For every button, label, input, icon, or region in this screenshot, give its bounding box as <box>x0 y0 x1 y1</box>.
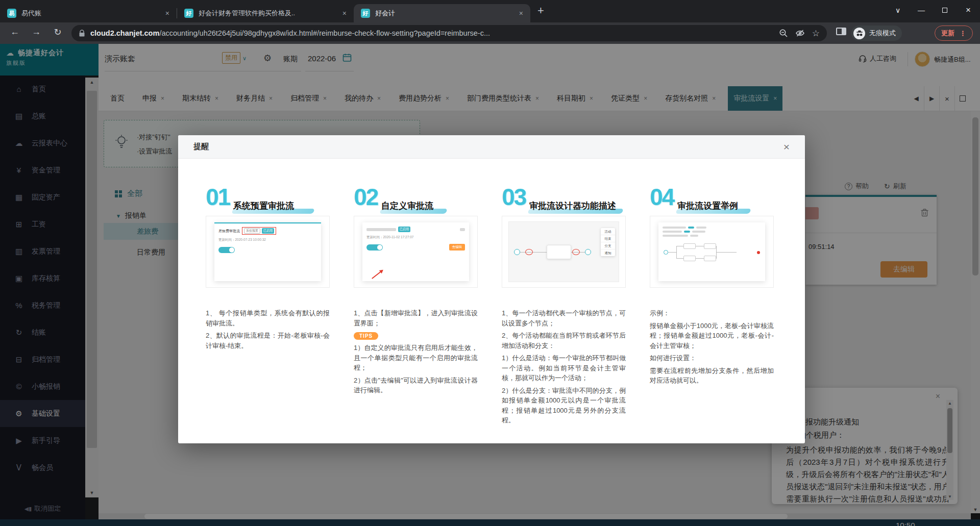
incognito-label: 无痕模式 <box>869 29 896 38</box>
side-panel-icon[interactable] <box>836 28 846 35</box>
column-header: 03 审批流设计器功能描述 <box>502 186 626 216</box>
favicon-haokuaiji: 好 <box>184 9 193 18</box>
designer-menu: 活动 结束 分支 通知 <box>601 228 615 256</box>
column-header: 04 审批流设置举例 <box>650 186 774 216</box>
incognito-badge: 无痕模式 <box>851 26 902 41</box>
enabled-tag: 已启用 <box>398 227 410 232</box>
column-title: 审批流设计器功能描述 <box>529 200 616 212</box>
column-number: 02 <box>354 183 378 211</box>
browser-update-button[interactable]: 更新 ⋮ <box>935 26 973 41</box>
paragraph: 1、点击【新增审批流】，进入到审批流设置界面； <box>354 308 478 328</box>
url-domain: cloud2.chanjet.com <box>90 29 159 37</box>
red-circle-annotation <box>525 249 533 255</box>
menu-item: 分支 <box>601 242 615 249</box>
browser-menu-chevron-icon[interactable]: ∨ <box>886 6 910 14</box>
thumbnail-preset-flow: 差旅费审批流 系统预置 已启用 更新时间：2020-07-23 10:00:32 <box>206 216 330 288</box>
thumbnail-flow-example <box>650 216 774 288</box>
red-highlight-box: 系统预置 已启用 <box>242 227 276 235</box>
thumb-edit-button: 去编辑 <box>449 244 465 251</box>
paragraph: 2）什么是分支：审批流中不同的分支，例如报销单金额1000元以内是一个审批流程；… <box>502 386 626 425</box>
paragraph: 1）什么是活动：每一个审批的环节都叫做一个活动。例如当前环节是会计主管审核，那就… <box>502 353 626 383</box>
column-header: 01 系统预置审批流 <box>206 186 330 216</box>
paragraph: 示例： <box>650 308 774 318</box>
zoom-out-icon[interactable] <box>779 29 788 38</box>
column-title: 系统预置审批流 <box>233 200 294 212</box>
paragraph: 如何进行设置： <box>650 353 774 363</box>
thumb-update-time: 更新时间：2020-11-02 17:27:07 <box>366 235 465 240</box>
new-tab-button[interactable]: + <box>537 5 544 16</box>
favicon-yidaizhang: 易 <box>7 9 16 18</box>
column-number: 04 <box>650 183 674 211</box>
flow-box <box>683 243 696 249</box>
browser-tab-title: 好会计 <box>375 9 514 18</box>
column-text: 1、 每个报销单类型，系统会有默认的报销审批流。 2、默认的审批流程是：开始-老… <box>206 308 330 350</box>
flow-activity-box <box>547 245 571 259</box>
url-bar[interactable]: cloud2.chanjet.com /accounting/uh26t264j… <box>71 25 827 41</box>
modal-body: 01 系统预置审批流 差旅费审批流 系统预置 已启用 <box>178 159 805 443</box>
modal-column-2: 02 自定义审批流 已启用 更新时间：2020-11-02 17:27:07 <box>354 186 478 443</box>
back-button[interactable]: ← <box>7 27 22 37</box>
menu-item: 结束 <box>601 235 615 242</box>
window-close-button[interactable]: × <box>957 5 980 15</box>
paragraph: 1）自定义的审批流只有启用后才能生效，且一个单据类型只能有一个启用的审批流程； <box>354 343 478 373</box>
red-circle-annotation <box>572 249 580 255</box>
browser-tab-title: 易代账 <box>21 9 160 18</box>
window-restore-button[interactable] <box>933 8 957 13</box>
modal-column-1: 01 系统预置审批流 差旅费审批流 系统预置 已启用 <box>206 186 330 443</box>
update-label: 更新 <box>941 29 954 38</box>
red-arrow-annotation <box>372 270 383 279</box>
kebab-menu-icon[interactable]: ⋮ <box>960 30 966 37</box>
column-header: 02 自定义审批流 <box>354 186 478 216</box>
flow-box <box>704 243 716 249</box>
column-text: 1、点击【新增审批流】，进入到审批流设置界面； TIPS 1）自定义的审批流只有… <box>354 308 478 395</box>
thumbnail-flow-designer: 活动 结束 分支 通知 <box>502 216 626 288</box>
menu-item: 活动 <box>601 228 615 235</box>
column-title: 审批流设置举例 <box>677 200 738 212</box>
thumb-flow-title: 差旅费审批流 <box>218 229 240 234</box>
modal-column-4: 04 审批流设置举例 <box>650 186 774 443</box>
red-dot-annotation <box>757 251 760 254</box>
paragraph: 1、每一个活动都代表一个审核的节点，可以设置多个节点； <box>502 308 626 328</box>
flow-node <box>514 249 520 255</box>
reload-button[interactable]: ↻ <box>50 27 65 38</box>
thumb-update-time: 更新时间：2020-07-23 10:00:32 <box>218 238 317 242</box>
paragraph: 2、默认的审批流程是：开始-老板审核-会计审核-结束。 <box>206 331 330 350</box>
browser-tab-2[interactable]: 好 好会计财务管理软件购买价格及.. × <box>177 4 354 22</box>
flow-start-node <box>664 250 668 255</box>
incognito-icon <box>853 28 865 39</box>
tab-close-icon[interactable]: × <box>519 9 523 17</box>
column-text: 1、每一个活动都代表一个审核的节点，可以设置多个节点； 2、每个活动都能在当前环… <box>502 308 626 425</box>
menu-item: 通知 <box>601 249 615 256</box>
column-number: 03 <box>502 183 526 211</box>
paragraph: 报销单金额小于1000元，老板-会计审核流程；报销单金额超过1000元，老板-会… <box>650 321 774 351</box>
column-title: 自定义审批流 <box>381 200 433 212</box>
forward-button[interactable]: → <box>29 27 44 37</box>
flow-box <box>704 256 716 261</box>
modal-title: 提醒 <box>193 142 209 152</box>
tips-badge: TIPS <box>354 332 378 340</box>
paragraph: 需要在流程前先增加分支条件，然后增加对应活动就可以。 <box>650 366 774 386</box>
flow-node <box>585 249 591 255</box>
reminder-modal: 提醒 × 01 系统预置审批流 差旅费审批流 系统预置 <box>178 135 805 443</box>
screen: 易 易代账 × 好 好会计财务管理软件购买价格及.. × 好 好会计 × + ∨… <box>0 0 980 526</box>
flow-example-chart <box>663 241 761 263</box>
browser-tab-3-active[interactable]: 好 好会计 × <box>354 4 530 22</box>
modal-close-icon[interactable]: × <box>783 141 790 152</box>
toggle-on-icon <box>218 247 235 253</box>
window-minimize-button[interactable]: — <box>910 6 933 14</box>
tab-close-icon[interactable]: × <box>342 9 347 17</box>
window-controls: ∨ — × <box>886 0 980 20</box>
browser-tab-strip: 易 易代账 × 好 好会计财务管理软件购买价格及.. × 好 好会计 × + ∨… <box>0 0 980 22</box>
paragraph: 2）点击"去编辑"可以进入到审批流设计器进行编辑。 <box>354 375 478 395</box>
bookmark-star-icon[interactable]: ☆ <box>812 28 820 39</box>
tab-close-icon[interactable]: × <box>165 9 169 17</box>
toggle-on-icon <box>366 244 383 251</box>
lock-icon <box>79 30 85 37</box>
favicon-haokuaiji: 好 <box>361 9 370 18</box>
url-path: /accounting/uh26t264j5ui/98gdhygx8w/idx.… <box>159 29 490 37</box>
preset-tag: 系统预置 <box>244 228 260 234</box>
browser-tab-1[interactable]: 易 易代账 × <box>0 4 177 22</box>
eye-off-icon[interactable] <box>795 29 805 38</box>
paragraph: 1、 每个报销单类型，系统会有默认的报销审批流。 <box>206 308 330 328</box>
browser-tab-title: 好会计财务管理软件购买价格及.. <box>199 9 337 18</box>
